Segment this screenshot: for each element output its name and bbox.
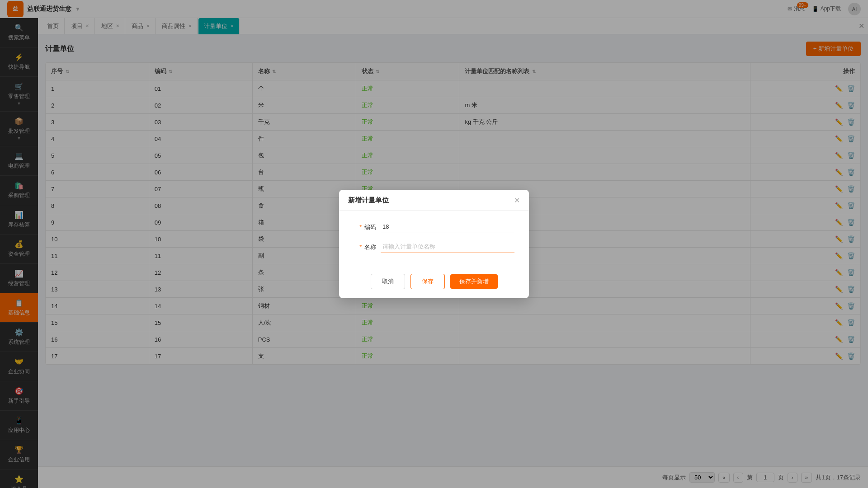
modal-close-button[interactable]: ✕	[514, 197, 520, 204]
code-input[interactable]	[381, 221, 514, 233]
add-unit-modal: 新增计量单位 ✕ * 编码 * 名称 取消 保存 保存并新增	[339, 190, 529, 298]
form-row-name: * 名称	[354, 241, 514, 253]
save-new-button[interactable]: 保存并新增	[450, 274, 498, 289]
name-input[interactable]	[381, 241, 514, 253]
name-label: * 名称	[354, 243, 376, 251]
save-button[interactable]: 保存	[410, 274, 445, 289]
modal-footer: 取消 保存 保存并新增	[339, 268, 529, 298]
code-required-star: *	[359, 224, 362, 230]
code-label: * 编码	[354, 223, 376, 231]
modal-body: * 编码 * 名称	[339, 211, 529, 268]
modal-overlay[interactable]: 新增计量单位 ✕ * 编码 * 名称 取消 保存 保存并新增	[0, 0, 868, 488]
modal-header: 新增计量单位 ✕	[339, 190, 529, 211]
name-required-star: *	[359, 244, 362, 250]
form-row-code: * 编码	[354, 221, 514, 233]
cancel-button[interactable]: 取消	[371, 274, 405, 289]
modal-title: 新增计量单位	[348, 196, 389, 205]
